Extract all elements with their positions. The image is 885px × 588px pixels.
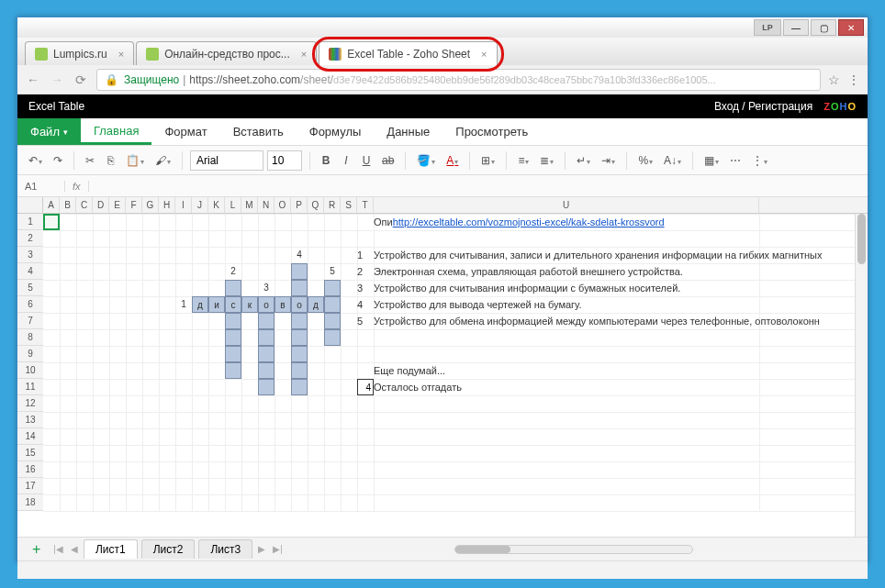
crossword-cell[interactable] [291,263,308,280]
crossword-cell[interactable] [291,346,308,362]
crossword-cell[interactable] [225,313,241,329]
name-box[interactable]: A1 [17,181,65,192]
row-header[interactable]: 9 [17,346,43,362]
wrap-button[interactable]: ↵ [573,152,594,169]
sheet-tab-2[interactable]: Лист2 [141,539,196,559]
row-header[interactable]: 14 [17,428,43,445]
sheet-nav-first[interactable]: |◀ [51,544,65,554]
crossword-cell[interactable]: с [225,296,241,313]
file-menu[interactable]: Файл▾ [17,118,81,145]
col-header[interactable]: R [324,197,341,213]
menu-data[interactable]: Данные [374,118,442,145]
menu-formulas[interactable]: Формулы [297,118,375,145]
add-sheet-button[interactable]: + [25,541,48,558]
crossword-cell[interactable] [291,379,308,395]
sheet-nav-prev[interactable]: ◀ [69,544,80,554]
size-select[interactable] [267,150,302,171]
col-header[interactable]: P [291,197,308,213]
col-header[interactable]: D [93,197,109,213]
crossword-cell[interactable] [258,346,274,362]
bold-button[interactable]: B [318,152,334,169]
align-h-button[interactable]: ≡ [514,152,532,169]
col-header[interactable]: M [241,197,258,213]
row-header[interactable]: 18 [17,494,43,511]
crossword-cell[interactable]: д [192,296,208,313]
row-header[interactable]: 5 [17,280,43,296]
col-header[interactable]: C [76,197,93,213]
spreadsheet-grid[interactable]: ABCDEFGHIJKLMNOPQRSTU 123456789101112131… [17,197,868,537]
underline-button[interactable]: U [358,152,375,169]
col-header[interactable]: L [225,197,241,213]
col-header[interactable]: O [274,197,291,213]
col-header[interactable]: G [142,197,159,213]
col-header[interactable]: S [341,197,357,213]
row-header[interactable]: 11 [17,379,43,395]
crossword-cell[interactable] [225,280,241,296]
tab-lumpics[interactable]: Lumpics.ru × [25,41,134,65]
row-header[interactable]: 13 [17,412,43,428]
result-cell[interactable]: 4 [357,379,374,395]
tab-online[interactable]: Онлайн-средство прос... × [136,41,317,65]
crossword-cell[interactable] [324,313,341,329]
row-header[interactable]: 7 [17,313,43,329]
col-header[interactable]: F [126,197,142,213]
align-v-button[interactable]: ≣ [536,152,557,169]
crossword-cell[interactable] [291,362,308,379]
paste-button[interactable]: 📋 [122,152,148,169]
font-select[interactable] [190,150,263,171]
crossword-cell[interactable] [258,379,274,395]
col-header[interactable]: N [258,197,274,213]
crossword-cell[interactable] [258,313,274,329]
crossword-cell[interactable] [324,296,341,313]
close-icon[interactable]: × [301,49,307,60]
close-button[interactable]: ✕ [838,19,864,36]
row-header[interactable]: 4 [17,263,43,280]
row-header[interactable]: 10 [17,362,43,379]
close-icon[interactable]: × [118,49,124,60]
horizontal-scrollbar[interactable] [288,545,860,554]
url-input[interactable]: 🔒 Защищено | https://sheet.zoho.com /she… [96,69,821,91]
close-icon[interactable]: × [481,49,487,60]
menu-home[interactable]: Главная [81,118,151,145]
account-button[interactable]: LP [754,19,781,36]
crossword-cell[interactable]: в [274,296,291,313]
text-color-button[interactable]: A [442,152,462,169]
minimize-button[interactable]: — [783,19,809,36]
menu-format[interactable]: Формат [151,118,219,145]
link[interactable]: http://exceltable.com/vozmojnosti-excel/… [393,216,665,227]
reload-button[interactable]: ⟳ [73,72,89,87]
fill-color-button[interactable]: 🪣 [413,152,439,169]
sheet-nav-last[interactable]: ▶| [271,544,285,554]
insert-cell-button[interactable]: ▦ [700,152,723,169]
format-painter-button[interactable]: 🖌 [151,152,174,169]
vertical-scrollbar[interactable] [855,214,868,537]
col-header[interactable]: J [192,197,208,213]
menu-icon[interactable]: ⋮ [847,72,860,87]
row-header[interactable]: 16 [17,461,43,478]
merge-button[interactable]: ⇥ [598,152,619,169]
cut-button[interactable]: ✂ [82,152,98,169]
sheet-tab-1[interactable]: Лист1 [84,539,138,559]
row-header[interactable]: 17 [17,478,43,494]
back-button[interactable]: ← [25,72,41,87]
crossword-cell[interactable] [291,280,308,296]
row-header[interactable]: 2 [17,230,43,247]
col-header[interactable]: E [109,197,126,213]
crossword-cell[interactable]: о [291,296,308,313]
crossword-cell[interactable] [324,280,341,296]
crossword-cell[interactable] [258,329,274,346]
col-header[interactable]: H [159,197,175,213]
fx-icon[interactable]: fx [65,181,89,192]
sheet-nav-next[interactable]: ▶ [256,544,267,554]
col-header[interactable]: Q [308,197,324,213]
crossword-cell[interactable]: д [308,296,324,313]
crossword-cell[interactable]: и [208,296,225,313]
strike-button[interactable]: ab [378,152,398,169]
crossword-cell[interactable]: к [241,296,258,313]
sort-button[interactable]: A↓ [660,152,685,169]
sheet-tab-3[interactable]: Лист3 [198,539,252,559]
col-header[interactable]: B [60,197,76,213]
row-header[interactable]: 15 [17,445,43,461]
row-header[interactable]: 1 [17,214,43,230]
tab-zoho[interactable]: Excel Table - Zoho Sheet × [319,41,497,65]
